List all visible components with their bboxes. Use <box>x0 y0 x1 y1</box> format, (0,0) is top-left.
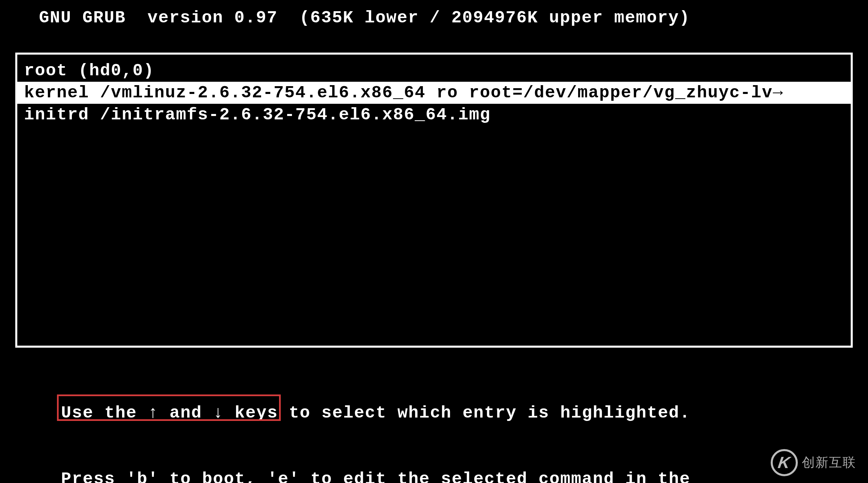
help-line-2: Press 'b' to boot, 'e' to edit the selec… <box>61 468 868 483</box>
grub-help-text: Use the ↑ and ↓ keys to select which ent… <box>0 358 868 483</box>
menu-item-kernel[interactable]: kernel /vmlinuz-2.6.32-754.el6.x86_64 ro… <box>17 82 851 104</box>
watermark: K 创新互联 <box>771 449 856 476</box>
help-line-1: Use the ↑ and ↓ keys to select which ent… <box>61 402 868 424</box>
watermark-logo-icon: K <box>771 449 798 476</box>
grub-menu-box[interactable]: root (hd0,0) kernel /vmlinuz-2.6.32-754.… <box>15 53 853 348</box>
menu-item-root[interactable]: root (hd0,0) <box>17 60 851 82</box>
menu-item-initrd[interactable]: initrd /initramfs-2.6.32-754.el6.x86_64.… <box>17 104 851 126</box>
grub-header: GNU GRUB version 0.97 (635K lower / 2094… <box>0 0 868 42</box>
watermark-logo-letter: K <box>776 452 792 473</box>
watermark-text: 创新互联 <box>802 454 856 471</box>
